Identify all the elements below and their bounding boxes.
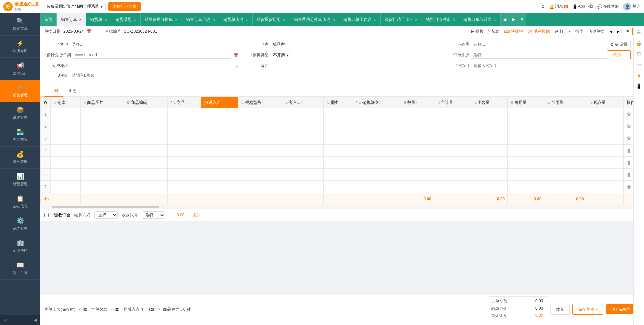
tab-close-refund-history[interactable]: ✕	[283, 18, 286, 22]
row-2-qty2[interactable]	[401, 120, 434, 132]
row-7-available2[interactable]	[544, 181, 587, 193]
right-panel-icon-4[interactable]: ✏	[635, 60, 643, 69]
row-1-warehouse[interactable]	[51, 108, 81, 120]
col-main-unit[interactable]: ⇅ 主计量	[434, 97, 471, 108]
tab-close-sales-statistics[interactable]: ✕	[494, 18, 496, 22]
a-project-input[interactable]	[471, 62, 640, 69]
sidebar-item-enterprise[interactable]: 🏢 企业协同	[0, 235, 40, 257]
col-sales-unit[interactable]: ⇅ 销售单位	[353, 97, 401, 108]
help-btn[interactable]: ? 帮助	[487, 28, 501, 35]
row-5-image[interactable]	[80, 157, 124, 169]
tab-receivable-reconcile[interactable]: 钱货日清对账 ✕	[422, 13, 459, 26]
row-7-qty2[interactable]	[401, 181, 434, 193]
row-4-delete-btn[interactable]: 🗑	[627, 148, 631, 153]
row-4-available2[interactable]	[544, 145, 587, 157]
row-7-product[interactable]	[168, 181, 201, 193]
row-3-available2[interactable]	[544, 132, 587, 145]
row-6-spec[interactable]	[238, 169, 282, 181]
sidebar-item-marketing[interactable]: 📢 营销推广	[0, 58, 40, 80]
action-btn[interactable]: 操作	[574, 28, 585, 35]
row-1-spec[interactable]	[238, 108, 282, 120]
right-panel-icon-6[interactable]: 📱	[635, 82, 643, 90]
col-settings[interactable]: ⚙	[41, 97, 51, 108]
row-3-qty2[interactable]	[401, 132, 434, 145]
prev-record-btn[interactable]: ◀	[608, 29, 614, 34]
row-3-available[interactable]	[508, 132, 544, 145]
view-btn[interactable]: ▶ 视频	[470, 28, 485, 35]
row-2-spec[interactable]	[238, 120, 282, 132]
row-3-stock[interactable]	[587, 132, 623, 145]
tab-more-button[interactable]: ✕	[518, 13, 526, 26]
sidebar-settings-icon[interactable]: ⚙	[3, 318, 7, 322]
scroll-area[interactable]	[40, 205, 644, 209]
row-6-attributes[interactable]	[323, 169, 353, 181]
row-3-image[interactable]	[80, 132, 124, 145]
row-1-image[interactable]	[80, 108, 124, 120]
shortcut-btn[interactable]: ⌨ 快捷键	[503, 28, 524, 35]
row-3-code[interactable]	[124, 132, 168, 145]
row-2-image[interactable]	[80, 120, 124, 132]
row-7-warehouse[interactable]	[51, 181, 81, 193]
receipt-no-select[interactable]: 选择...	[142, 211, 165, 219]
row-5-main-qty[interactable]	[471, 157, 508, 169]
row-4-main-unit[interactable]	[434, 145, 471, 157]
right-panel-icon-3[interactable]: ⊞	[635, 50, 643, 58]
save-draft-button[interactable]: 保存草稿 ▾	[572, 304, 603, 315]
col-scan[interactable]: 扫码录入	[201, 97, 238, 108]
tab-close-sales-refund[interactable]: ✕	[134, 18, 136, 22]
notice-area[interactable]: 🔔 消息 5	[549, 4, 568, 9]
tab-sales-refund[interactable]: 销货退货 ✕	[111, 13, 141, 26]
customer-input[interactable]	[70, 41, 232, 48]
row-1-attributes[interactable]	[323, 108, 353, 120]
tab-close-sales-returns[interactable]: ✕	[104, 18, 107, 22]
col-available2[interactable]: ⇅ 可用量...	[544, 97, 587, 108]
row-6-unit[interactable]	[353, 169, 401, 181]
row-1-available[interactable]	[508, 108, 544, 120]
add-payment-button[interactable]: ⊕ 添加	[188, 212, 200, 218]
row-5-available2[interactable]	[544, 157, 587, 169]
tab-close-receivable-reconcile[interactable]: ✕	[452, 18, 455, 22]
row-4-spec[interactable]	[238, 145, 282, 157]
row-4-image[interactable]	[80, 145, 124, 157]
col-customer-info[interactable]: ⇅ 客户... ?	[282, 97, 324, 108]
tab-close-expense-history[interactable]: ✕	[332, 18, 335, 22]
row-4-unit[interactable]	[353, 145, 401, 157]
row-4-product[interactable]	[168, 145, 201, 157]
tab-sales-refund-history[interactable]: 销货退货历史 ✕	[253, 13, 290, 26]
row-1-main-qty[interactable]	[471, 108, 508, 120]
tab-sales-order-history[interactable]: 销售订单历史 ✕	[182, 13, 219, 26]
row-3-scan[interactable]	[201, 132, 238, 145]
row-3-customer-info[interactable]	[282, 132, 324, 145]
col-stock[interactable]: ⇅ 现存量	[587, 97, 623, 108]
row-6-available[interactable]	[508, 169, 544, 181]
row-6-scan[interactable]	[201, 169, 238, 181]
row-6-product[interactable]	[168, 169, 201, 181]
row-4-warehouse[interactable]	[51, 145, 81, 157]
row-5-attributes[interactable]	[323, 157, 353, 169]
row-4-main-qty[interactable]	[471, 145, 508, 157]
row-5-code[interactable]	[124, 157, 168, 169]
tab-next-button[interactable]: ▶	[509, 13, 518, 26]
row-5-customer-info[interactable]	[282, 157, 324, 169]
tab-detail[interactable]: 明细	[44, 85, 63, 97]
row-1-scan[interactable]	[201, 108, 238, 120]
tab-sales-statistics[interactable]: 销售订单统计表 ✕	[459, 13, 501, 26]
calendar-icon[interactable]: 📅	[86, 29, 91, 34]
sidebar-item-basic-info[interactable]: 📋 基础信息	[0, 191, 40, 213]
add-logistics-button[interactable]: + 物流	[607, 50, 631, 59]
right-panel-icon-5[interactable]: ★	[635, 71, 643, 79]
sidebar-item-quick-nav[interactable]: ⚡ 快捷导航	[0, 36, 40, 58]
row-7-stock[interactable]	[587, 181, 623, 193]
next-record-btn[interactable]: ▶	[615, 29, 622, 34]
address-ellipsis-btn[interactable]: ···	[234, 63, 238, 69]
row-1-customer-info[interactable]	[282, 108, 324, 120]
row-1-delete-btn[interactable]: 🗑	[627, 112, 631, 117]
col-product[interactable]: ⇅ 商品	[168, 97, 201, 108]
sidebar-item-system[interactable]: ⚙️ 系统管理	[0, 213, 40, 235]
row-7-image[interactable]	[80, 181, 124, 193]
delivery-date-input[interactable]	[73, 52, 231, 59]
row-2-stock[interactable]	[587, 120, 623, 132]
row-6-warehouse[interactable]	[51, 169, 81, 181]
row-7-main-qty[interactable]	[471, 181, 508, 193]
online-service-btn[interactable]: 💬 在线客服	[597, 4, 619, 9]
